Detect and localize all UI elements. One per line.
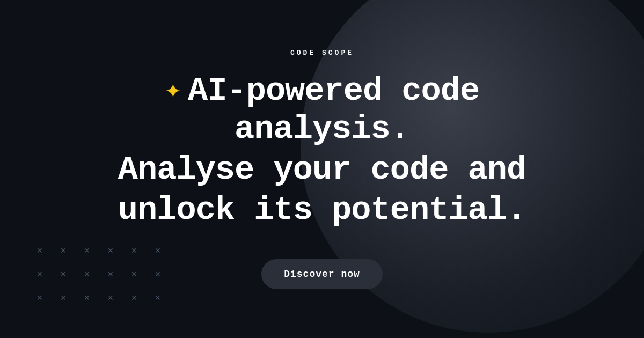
subheadline-text-line1: Analyse your code and — [118, 151, 526, 189]
main-content: CODE SCOPE ✦ AI-powered code analysis. A… — [0, 0, 644, 338]
headline-block: ✦ AI-powered code analysis. Analyse your… — [118, 72, 526, 229]
subheadline-text-line2: unlock its potential. — [118, 191, 526, 229]
headline-text-line2: analysis. — [235, 110, 409, 148]
headline-text-line1: AI-powered code — [188, 72, 479, 110]
discover-now-button[interactable]: Discover now — [261, 259, 383, 289]
brand-label: CODE SCOPE — [290, 49, 354, 57]
sparkle-icon: ✦ — [165, 77, 181, 105]
headline-line1: ✦ AI-powered code — [165, 72, 479, 110]
